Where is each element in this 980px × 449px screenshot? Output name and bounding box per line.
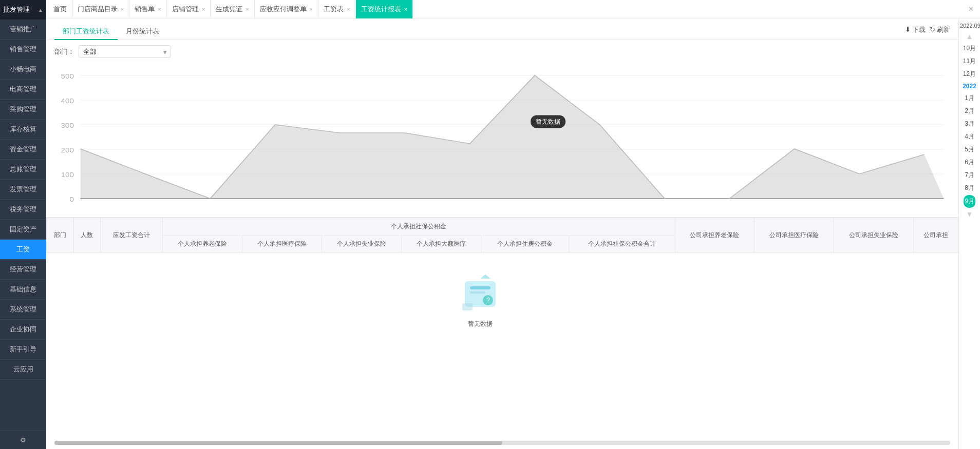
svg-text:0: 0	[69, 196, 74, 203]
timeline-item-11月[interactable]: 11月	[962, 55, 977, 68]
empty-row: ? 暂无数据	[47, 253, 958, 349]
filter-bar: 部门： 全部销售部采购部财务部行政部	[46, 40, 958, 63]
col-company-other: 公司承担	[914, 218, 958, 253]
timeline-item-6月[interactable]: 6月	[962, 156, 977, 169]
col-company-pension: 公司承担养老保险	[675, 218, 755, 253]
timeline-item-9月[interactable]: 9月	[964, 195, 975, 208]
content-area: 部门工资统计表月份统计表 ⬇ 下载 ↻ 刷新 部门： 全部销售部采购部财务部行政…	[46, 18, 980, 449]
download-button[interactable]: ⬇ 下载	[905, 25, 926, 34]
tab-工资统计报表[interactable]: 工资统计报表×	[356, 0, 413, 18]
department-select-wrap: 全部销售部采购部财务部行政部	[79, 45, 171, 58]
svg-rect-18	[462, 303, 473, 310]
sidebar-item-发票管理[interactable]: 发票管理	[0, 180, 46, 200]
sidebar-item-云应用[interactable]: 云应用	[0, 360, 46, 380]
refresh-icon: ↻	[930, 26, 935, 33]
sidebar-item-工资[interactable]: 工资	[0, 240, 46, 260]
svg-text:300: 300	[61, 122, 74, 129]
sidebar-item-税务管理[interactable]: 税务管理	[0, 200, 46, 220]
refresh-button[interactable]: ↻ 刷新	[930, 25, 950, 34]
col-personal-housing: 个人承担住房公积金	[481, 236, 569, 253]
svg-text:100: 100	[61, 171, 74, 178]
tab-门店商品目录[interactable]: 门店商品目录×	[72, 0, 129, 18]
sidebar-item-库存核算[interactable]: 库存核算	[0, 120, 46, 140]
timeline-item-2022[interactable]: 2022	[962, 81, 977, 92]
col-group-personal: 个人承担社保公积金	[162, 218, 675, 236]
department-select[interactable]: 全部销售部采购部财务部行政部	[79, 45, 171, 58]
sidebar-item-企业协同[interactable]: 企业协同	[0, 320, 46, 340]
tab-close-icon[interactable]: ×	[246, 6, 249, 12]
timeline-items: 10月11月12月20221月2月3月4月5月6月7月8月9月	[962, 42, 977, 208]
sidebar-item-电商管理[interactable]: 电商管理	[0, 80, 46, 100]
sidebar-item-经营管理[interactable]: 经营管理	[0, 260, 46, 280]
sidebar: 批发管理 ▲ 营销推广销售管理小畅电商电商管理采购管理库存核算资金管理总账管理发…	[0, 0, 46, 449]
timeline-item-10月[interactable]: 10月	[962, 42, 977, 55]
svg-text:?: ?	[486, 297, 490, 304]
svg-rect-15	[470, 291, 485, 294]
chart-area: 500 400 300 200 100 0	[46, 63, 958, 217]
timeline-item-5月[interactable]: 5月	[962, 143, 977, 156]
timeline-item-1月[interactable]: 1月	[962, 92, 977, 105]
sub-tab-部门工资统计表[interactable]: 部门工资统计表	[54, 24, 118, 40]
sidebar-item-总账管理[interactable]: 总账管理	[0, 160, 46, 180]
tabs-container: 首页门店商品目录×销售单×店铺管理×生成凭证×应收应付调整单×工资表×工资统计报…	[48, 0, 964, 18]
sidebar-item-资金管理[interactable]: 资金管理	[0, 140, 46, 160]
tab-close-icon[interactable]: ×	[121, 6, 124, 12]
tab-close-icon[interactable]: ×	[158, 6, 161, 12]
sub-tab-月份统计表[interactable]: 月份统计表	[118, 24, 167, 40]
svg-text:500: 500	[61, 73, 74, 80]
svg-text:400: 400	[61, 97, 74, 104]
sidebar-item-系统管理[interactable]: 系统管理	[0, 300, 46, 320]
tab-首页[interactable]: 首页	[48, 0, 72, 18]
col-company-unemployment: 公司承担失业保险	[834, 218, 914, 253]
tab-close-icon[interactable]: ×	[202, 6, 205, 12]
timeline-down-arrow[interactable]: ▼	[965, 208, 975, 220]
col-department: 部门	[47, 218, 74, 253]
sub-tabs-left: 部门工资统计表月份统计表	[54, 24, 167, 40]
sidebar-arrow-icon: ▲	[38, 7, 43, 13]
col-personal-pension: 个人承担养老保险	[162, 236, 242, 253]
sidebar-item-固定资产[interactable]: 固定资产	[0, 220, 46, 240]
svg-marker-19	[480, 275, 491, 279]
sidebar-item-基础信息[interactable]: 基础信息	[0, 280, 46, 300]
col-personal-total: 个人承担社保公积金合计	[569, 236, 675, 253]
table-wrap[interactable]: 部门 人数 应发工资合计 个人承担社保公积金 公司承担养老保险 公司承担医疗保险…	[46, 217, 958, 441]
timeline-item-8月[interactable]: 8月	[962, 182, 977, 194]
tab-close-icon[interactable]: ×	[310, 6, 313, 12]
tab-应收应付调整单[interactable]: 应收应付调整单×	[255, 0, 318, 18]
sidebar-header[interactable]: 批发管理 ▲	[0, 0, 46, 19]
timeline-item-2月[interactable]: 2月	[962, 105, 977, 118]
timeline-item-7月[interactable]: 7月	[962, 169, 977, 182]
stats-table: 部门 人数 应发工资合计 个人承担社保公积金 公司承担养老保险 公司承担医疗保险…	[46, 218, 958, 349]
sidebar-item-小畅电商[interactable]: 小畅电商	[0, 60, 46, 80]
sidebar-title: 批发管理	[3, 5, 30, 14]
table-scrollbar[interactable]	[54, 441, 950, 445]
empty-state: ? 暂无数据	[47, 253, 914, 349]
right-timeline: 2022.09 ▲ 10月11月12月20221月2月3月4月5月6月7月8月9…	[958, 18, 980, 449]
close-all-button[interactable]: ✕	[964, 5, 978, 13]
sidebar-item-采购管理[interactable]: 采购管理	[0, 100, 46, 120]
empty-icon: ?	[460, 274, 501, 315]
tab-close-icon[interactable]: ×	[347, 6, 350, 12]
col-people: 人数	[73, 218, 101, 253]
sub-tab-actions: ⬇ 下载 ↻ 刷新	[905, 25, 950, 38]
svg-text:200: 200	[61, 147, 74, 153]
close-all-icon: ✕	[968, 5, 974, 13]
sidebar-item-营销推广[interactable]: 营销推广	[0, 19, 46, 40]
sidebar-item-销售管理[interactable]: 销售管理	[0, 40, 46, 60]
svg-rect-14	[470, 286, 491, 289]
col-personal-large-medical: 个人承担大额医疗	[401, 236, 481, 253]
main-area: 首页门店商品目录×销售单×店铺管理×生成凭证×应收应付调整单×工资表×工资统计报…	[46, 0, 980, 449]
timeline-item-4月[interactable]: 4月	[962, 130, 977, 143]
timeline-item-3月[interactable]: 3月	[962, 118, 977, 130]
sidebar-settings[interactable]: ⚙	[0, 431, 46, 449]
tab-销售单[interactable]: 销售单×	[129, 0, 166, 18]
tab-工资表[interactable]: 工资表×	[318, 0, 355, 18]
tab-close-icon[interactable]: ×	[404, 6, 407, 12]
tab-生成凭证[interactable]: 生成凭证×	[211, 0, 254, 18]
timeline-up-arrow[interactable]: ▲	[965, 31, 975, 42]
sidebar-item-新手引导[interactable]: 新手引导	[0, 340, 46, 360]
sidebar-items: 营销推广销售管理小畅电商电商管理采购管理库存核算资金管理总账管理发票管理税务管理…	[0, 19, 46, 380]
timeline-item-12月[interactable]: 12月	[962, 68, 977, 81]
tab-店铺管理[interactable]: 店铺管理×	[167, 0, 211, 18]
inner-content: 部门工资统计表月份统计表 ⬇ 下载 ↻ 刷新 部门： 全部销售部采购部财务部行政…	[46, 18, 958, 449]
